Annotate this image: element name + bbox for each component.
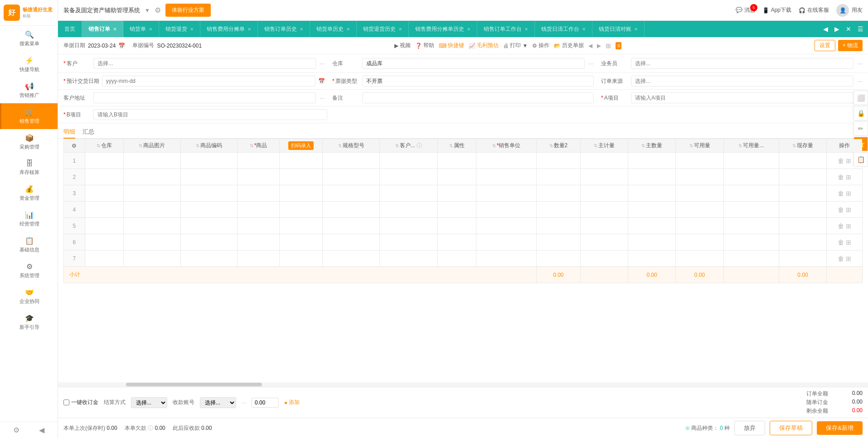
tab-close-fee-history[interactable]: ✕ [467, 27, 470, 32]
sidebar-item-search[interactable]: 🔍 搜索菜单 [0, 26, 58, 52]
sidebar-item-sales[interactable]: 🛒 销售管理 [0, 103, 58, 129]
customer-input[interactable] [93, 58, 316, 69]
help-btn[interactable]: ❓ 帮助 [415, 42, 434, 49]
scan-btn[interactable]: 扫码录入 [288, 141, 314, 150]
right-panel-btn-2[interactable]: 🔒 [853, 106, 868, 120]
warehouse-more-icon[interactable]: ··· [588, 60, 594, 67]
th-scan[interactable]: 扫码录入 [280, 139, 323, 153]
row-sales-unit[interactable] [476, 153, 536, 169]
right-panel-btn-3[interactable]: ✏ [853, 121, 868, 136]
row-available2[interactable] [723, 153, 779, 169]
tab-menu-btn[interactable]: ☰ [855, 25, 866, 33]
row-delete-btn[interactable]: 🗑 [838, 157, 844, 164]
delivery-date-input[interactable] [102, 76, 315, 87]
row-delete-btn[interactable]: 🗑 [838, 173, 844, 181]
tab-home[interactable]: 首页 [58, 21, 82, 37]
online-service-btn[interactable]: 🎧 在线客服 [799, 6, 829, 14]
th-available2[interactable]: ⇅可用量... [723, 139, 779, 153]
tab-sales-fee-history[interactable]: 销售费用分摊单历史 ✕ [409, 21, 477, 37]
history-btn[interactable]: 📂 历史单据 [554, 42, 584, 49]
project-a-input[interactable] [631, 92, 863, 103]
row-product-code[interactable] [180, 153, 237, 169]
row-copy-btn[interactable]: ⊞ [846, 190, 851, 197]
th-attribute[interactable]: ⇅属性 [437, 139, 476, 153]
row-delete-btn[interactable]: 🗑 [838, 255, 844, 262]
sidebar-item-finance[interactable]: 💰 资金管理 [0, 180, 58, 206]
row-delete-btn[interactable]: 🗑 [838, 206, 844, 213]
print-dropdown-icon[interactable]: ▼ [522, 43, 528, 49]
th-available[interactable]: ⇅可用量 [676, 139, 723, 153]
detail-tab-summary[interactable]: 汇总 [82, 126, 94, 139]
tab-sales-refund-history[interactable]: 销货退货历史 ✕ [357, 21, 409, 37]
th-customer-code[interactable]: ⇅客户... ⓘ [379, 139, 437, 153]
sidebar-item-inventory[interactable]: 🗄 库存核算 [0, 155, 58, 180]
save-draft-btn[interactable]: 保存草稿 [770, 421, 812, 435]
row-copy-btn[interactable]: ⊞ [846, 173, 851, 181]
right-panel-btn-1[interactable]: ⬜ [853, 91, 868, 105]
tab-prev-btn[interactable]: ◀ [820, 25, 831, 33]
sidebar-item-newbie[interactable]: 🎓 新手引导 [0, 309, 58, 335]
staff-more-icon[interactable]: ··· [857, 60, 863, 67]
next-record-btn[interactable]: ▶ [597, 43, 601, 49]
tab-sales-return[interactable]: 销货单 ✕ [123, 21, 159, 37]
print-btn[interactable]: 🖨 打印 ▼ [503, 42, 528, 49]
warehouse-input[interactable] [362, 58, 585, 69]
tab-sales-fee-split[interactable]: 销售费用分摊单 ✕ [200, 21, 258, 37]
project-b-input[interactable] [93, 109, 327, 120]
th-spec[interactable]: ⇅规格型号 [323, 139, 379, 153]
th-product-code[interactable]: ⇅商品编码 [180, 139, 237, 153]
right-panel-btn-5[interactable]: 📋 [853, 152, 868, 167]
tab-close-return-history[interactable]: ✕ [346, 27, 350, 32]
collapse-icon[interactable]: ◀ [39, 426, 44, 434]
amount-input[interactable] [252, 398, 279, 408]
system-dropdown-icon[interactable]: ▼ [145, 7, 150, 14]
invoice-type-select[interactable]: 不开票 增值税专用发票 增值税普通发票 [362, 76, 594, 87]
order-source-more-icon[interactable]: ··· [857, 77, 863, 85]
row-copy-btn[interactable]: ⊞ [846, 222, 851, 230]
tab-close-sales-refund[interactable]: ✕ [190, 27, 194, 32]
tab-close-all-btn[interactable]: ✕ [843, 25, 854, 33]
row-copy-btn[interactable]: ⊞ [846, 239, 851, 246]
row-copy-btn[interactable]: ⊞ [846, 255, 851, 262]
customer-address-input[interactable] [93, 92, 316, 103]
tab-close-cashflow-daily[interactable]: ✕ [582, 27, 586, 32]
row-delete-btn[interactable]: 🗑 [838, 190, 844, 197]
th-sales-unit[interactable]: ⇅*销售单位 [476, 139, 536, 153]
notification-btn[interactable]: 💬 5 消息 [736, 6, 755, 14]
operation-btn[interactable]: ⚙ 操作 [532, 42, 549, 49]
sidebar-item-collab[interactable]: 🤝 企业协同 [0, 284, 58, 309]
th-qty2[interactable]: ⇅数量2 [537, 139, 580, 153]
tab-sales-order-history[interactable]: 销售订单历史 ✕ [258, 21, 310, 37]
th-main-qty[interactable]: ⇅主数量 [628, 139, 675, 153]
th-main-unit[interactable]: ⇅主计量 [580, 139, 628, 153]
prev-record-btn[interactable]: ◀ [588, 43, 592, 49]
row-main-qty[interactable] [628, 153, 675, 169]
row-copy-btn[interactable]: ⊞ [846, 206, 851, 213]
quick-order-checkbox[interactable] [63, 399, 69, 405]
row-product-img[interactable] [124, 153, 180, 169]
detail-tab-detail[interactable]: 明细 [63, 126, 75, 139]
th-warehouse[interactable]: ⇅仓库 [85, 139, 123, 153]
add-goods-btn[interactable]: + 物流 [838, 40, 863, 51]
row-customer-code[interactable] [379, 153, 437, 169]
row-delete-btn[interactable]: 🗑 [838, 222, 844, 230]
tab-next-btn[interactable]: ▶ [832, 25, 842, 33]
th-current-stock[interactable]: ⇅现存量 [779, 139, 826, 153]
tab-cashflow-check[interactable]: 钱货日清对账 ✕ [592, 21, 645, 37]
payment-method-select[interactable]: 选择... [131, 397, 167, 408]
shortcut-btn[interactable]: ⌨ 快捷键 [439, 42, 464, 49]
scrollbar-area[interactable] [58, 382, 868, 387]
th-product[interactable]: ⇅*商品 [238, 139, 280, 153]
tab-sales-return-history[interactable]: 销货单历史 ✕ [310, 21, 357, 37]
row-delete-btn[interactable]: 🗑 [838, 239, 844, 246]
customer-more-icon[interactable]: ··· [320, 60, 325, 67]
tab-close-order-history[interactable]: ✕ [300, 27, 303, 32]
th-settings[interactable]: ⚙ [64, 139, 85, 153]
app-download-btn[interactable]: 📱 App下载 [762, 6, 791, 14]
tab-close-refund-history[interactable]: ✕ [398, 27, 402, 32]
staff-input[interactable] [631, 58, 853, 69]
row-qty2[interactable] [537, 153, 580, 169]
tab-close-cashflow-check[interactable]: ✕ [634, 27, 638, 32]
row-spec[interactable] [323, 153, 379, 169]
account-select[interactable]: 选择... [200, 397, 236, 408]
